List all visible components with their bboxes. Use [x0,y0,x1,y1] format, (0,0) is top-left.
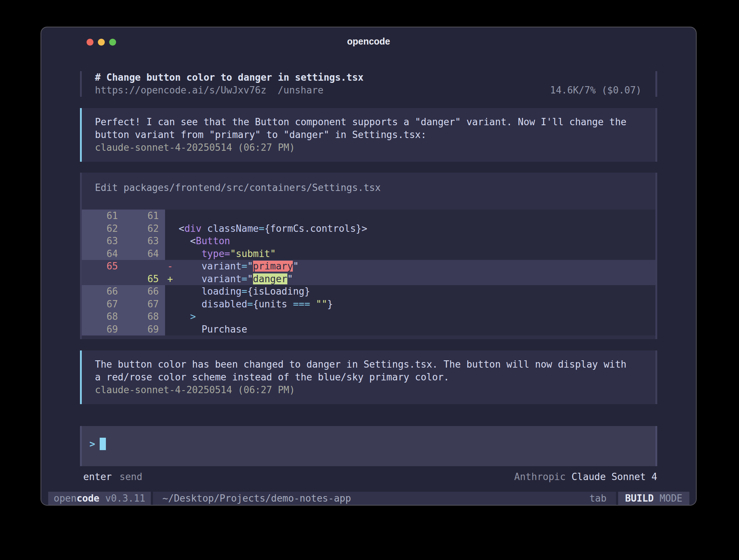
message-text-line: The button color has been changed to dan… [95,358,642,371]
line-number-old: 69 [82,323,118,336]
diff-row: 6262 <div className={formCs.controls}> [82,222,655,235]
diff-table: 61616262 <div className={formCs.controls… [82,210,655,335]
token-usage: 14.6K/7% ($0.07) [550,84,642,97]
diff-code-line: <Button [165,235,655,248]
line-number-gutter: 6262 [82,222,165,235]
line-number-old: 63 [82,235,118,248]
session-title: # Change button color to danger in setti… [95,71,642,84]
mode-toggle-chip[interactable]: BUILDMODE [618,492,689,505]
line-number-gutter: 6464 [82,248,165,260]
diff-code-line: + variant="danger" [165,273,655,285]
diff-row: 6767 disabled={units === ""} [82,298,655,311]
diff-code-line: type="submit" [165,248,655,260]
line-number-gutter: 65 [82,273,165,285]
line-number-old: 65 [82,260,118,273]
message-text-line: Perfect! I can see that the Button compo… [95,116,642,129]
diff-row: 6464 type="submit" [82,248,655,260]
diff-code-line [165,210,655,222]
diff-row: 6868 > [82,310,655,323]
diff-code-line: <div className={formCs.controls}> [165,222,655,235]
diff-row: 6969 Purchase [82,323,655,336]
message-model-timestamp: claude-sonnet-4-20250514 (06:27 PM) [95,141,642,154]
mode-name: BUILD [625,493,654,504]
status-spacer [360,492,580,505]
line-number-new: 65 [118,273,159,285]
status-bar: opencodev0.3.11 ~/Desktop/Projects/demo-… [41,492,696,505]
hint-bar: entersend AnthropicClaude Sonnet 4 [80,472,657,482]
send-action-label: send [119,471,142,482]
line-number-gutter: 6363 [82,235,165,248]
window-title: opencode [41,36,696,47]
line-number-new: 69 [118,323,159,336]
app-version: v0.3.11 [105,493,145,504]
prompt-input[interactable]: > [80,426,657,466]
diff-row: 65+ variant="danger" [82,273,655,285]
diff-row: 65- variant="primary" [82,260,655,273]
model-indicator: AnthropicClaude Sonnet 4 [514,472,657,482]
message-text-line: a red/rose color scheme instead of the b… [95,371,642,384]
app-name-code: code [77,493,100,504]
line-number-new: 64 [118,248,159,260]
diff-row: 6161 [82,210,655,222]
line-number-old: 64 [82,248,118,260]
diff-code-line: loading={isLoading} [165,285,655,298]
line-number-gutter: 6161 [82,210,165,222]
provider-label: Anthropic [514,471,566,482]
main-content: # Change button color to danger in setti… [80,71,657,482]
line-number-new [118,260,159,273]
line-number-new: 68 [118,310,159,323]
assistant-message: The button color has been changed to dan… [80,350,657,404]
prompt-symbol: > [89,438,95,449]
line-number-old: 68 [82,310,118,323]
line-number-gutter: 6767 [82,298,165,311]
line-number-old [82,273,118,285]
diff-code-line: - variant="primary" [165,260,655,273]
line-number-new: 61 [118,210,159,222]
edit-tool-block: Edit packages/frontend/src/containers/Se… [80,173,657,339]
line-number-new: 62 [118,222,159,235]
app-version-chip: opencodev0.3.11 [48,492,151,505]
message-model-timestamp: claude-sonnet-4-20250514 (06:27 PM) [95,384,642,396]
opencode-window: opencode # Change button color to danger… [41,27,696,505]
line-number-old: 66 [82,285,118,298]
diff-code-line: Purchase [165,323,655,336]
text-cursor [100,438,106,450]
message-text-line: button variant from "primary" to "danger… [95,129,642,141]
working-directory: ~/Desktop/Projects/demo-notes-app [153,492,361,505]
line-number-new: 67 [118,298,159,311]
app-name-open: open [54,493,77,504]
model-label: Claude Sonnet 4 [571,471,657,482]
line-number-gutter: 6666 [82,285,165,298]
line-number-gutter: 6868 [82,310,165,323]
line-number-old: 61 [82,210,118,222]
unshare-command[interactable]: /unshare [278,85,323,96]
line-number-new: 63 [118,235,159,248]
diff-code-line: disabled={units === ""} [165,298,655,311]
line-number-new: 66 [118,285,159,298]
share-url-link[interactable]: https://opencode.ai/s/UwJxv76z [95,85,267,96]
edit-tool-title: Edit packages/frontend/src/containers/Se… [82,173,655,194]
titlebar: opencode [41,27,696,46]
tab-key-hint: tab [580,492,616,505]
diff-row: 6666 loading={isLoading} [82,285,655,298]
assistant-message: Perfect! I can see that the Button compo… [80,108,657,162]
diff-row: 6363 <Button [82,235,655,248]
line-number-old: 62 [82,222,118,235]
diff-code-line: > [165,310,655,323]
enter-key-label: enter [83,471,112,482]
status-left: opencodev0.3.11 ~/Desktop/Projects/demo-… [48,492,360,505]
line-number-gutter: 65 [82,260,165,273]
line-number-old: 67 [82,298,118,311]
send-hint: entersend [83,472,142,482]
mode-suffix: MODE [659,493,682,504]
line-number-gutter: 6969 [82,323,165,336]
session-header: # Change button color to danger in setti… [80,71,657,97]
